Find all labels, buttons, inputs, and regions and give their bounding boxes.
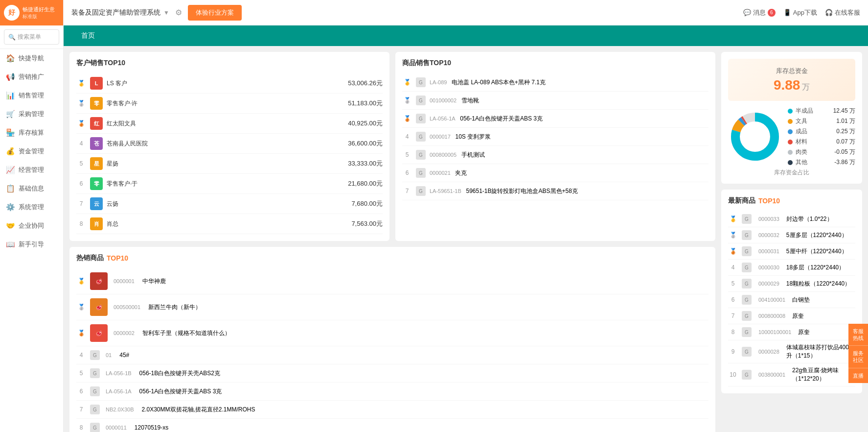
rank-num: 5 xyxy=(76,160,86,167)
sidebar-item-inventory[interactable]: 🏪 库存核算 xyxy=(0,123,63,142)
rank-num: 5 xyxy=(402,151,412,158)
product-rank-item: 7 G LA-59651-1B 59651-1B旋转投影灯电池盒ABS黑色+58… xyxy=(402,182,708,200)
product-icon: G xyxy=(90,423,100,432)
sidebar-item-finance[interactable]: 💰 资金管理 xyxy=(0,142,63,161)
legend-item: 其他 -3.86 万 xyxy=(788,158,855,167)
chart-legend: 半成品 12.45 万 文具 1.01 万 成品 0.25 万 xyxy=(788,107,855,167)
hot-product-item: 8 G 0000011 12070519-xs xyxy=(76,419,708,432)
search-button[interactable]: 🔍 搜索菜单 xyxy=(4,29,59,45)
float-btn-service[interactable]: 客服 热线 xyxy=(848,324,868,346)
customer-name: 红太阳文具 xyxy=(107,120,344,128)
product-info: LA-089 电池盖 LA-089 ABS本色+黑种 7.1克 xyxy=(430,78,708,87)
nav-icon-purchase: 🛒 xyxy=(6,110,15,119)
sidebar-item-guide[interactable]: 📖 新手引导 xyxy=(0,235,63,254)
product-icon: G xyxy=(742,327,752,337)
new-product-item: 10 G 003800001 22g鱼豆腐·烧烤味（1*12*20） xyxy=(728,363,855,386)
product-icon: G xyxy=(90,405,100,414)
rank-item: 7 云 云扬 7,680.00元 xyxy=(76,194,383,214)
sidebar-item-enterprise[interactable]: 🤝 企业协同 xyxy=(0,216,63,235)
float-btn-live[interactable]: 直播 xyxy=(848,368,868,383)
message-icon: 💬 xyxy=(743,9,751,16)
product-icon: G xyxy=(416,132,426,142)
customer-avatar: 零 xyxy=(90,97,103,110)
product-rank-item: 6 G 0000021 夹克 xyxy=(402,164,708,182)
inventory-total: 库存总资金 9.88 万 xyxy=(728,59,855,101)
product-sales-list: 🥇 G LA-089 电池盖 LA-089 ABS本色+黑种 7.1克 🥈 G xyxy=(402,73,708,200)
messages-button[interactable]: 💬 消息 6 xyxy=(743,8,776,17)
customer-avatar: 苍 xyxy=(90,137,103,150)
rank-item: 🥈 零 零售客户·许 51,183.00元 xyxy=(76,94,383,114)
rank-num: 4 xyxy=(728,264,738,271)
product-sales-title: 商品销售TOP10 xyxy=(402,59,708,68)
nav-icon-enterprise: 🤝 xyxy=(6,221,15,230)
rank-num: 8 xyxy=(728,329,738,336)
new-product-item: 9 G 0000028 体城嘉枝味苏打饮品400毫升（1*15） xyxy=(728,340,855,363)
rank-num: 6 xyxy=(728,296,738,303)
sidebar-item-navigation[interactable]: 🏠 快捷导航 xyxy=(0,49,63,68)
sidebar-item-basic-info[interactable]: 📋 基础信息 xyxy=(0,179,63,198)
float-btn-community[interactable]: 服务 社区 xyxy=(848,346,868,368)
customer-value: 33,333.00元 xyxy=(348,159,383,168)
content-left: 客户销售TOP10 🥇 L LS 客户 53,006.26元 🥈 零 零售客户 xyxy=(64,46,721,432)
customer-avatar: L xyxy=(90,77,103,90)
customer-name: 星扬 xyxy=(107,160,344,168)
rank-medal-2: 🥈 xyxy=(76,100,86,107)
sidebar-item-sales[interactable]: 📊 销售管理 xyxy=(0,86,63,105)
customer-value: 40,925.00元 xyxy=(348,119,383,128)
hot-products-title: 热销商品 TOP10 xyxy=(76,254,708,263)
donut-chart-svg xyxy=(728,110,782,164)
rank-num: 5 xyxy=(728,280,738,287)
sidebar-item-system[interactable]: ⚙️ 系统管理 xyxy=(0,198,63,216)
customer-value: 53,006.26元 xyxy=(348,79,383,88)
product-icon: G xyxy=(742,370,752,380)
topbar-right: 💬 消息 6 📱 App下载 🎧 在线客服 xyxy=(743,8,860,17)
trial-button[interactable]: 体验行业方案 xyxy=(188,5,242,21)
app-download-button[interactable]: 📱 App下载 xyxy=(783,8,817,17)
sidebar-item-marketing[interactable]: 📢 营销推广 xyxy=(0,68,63,86)
sidebar-item-operations[interactable]: 📈 经营管理 xyxy=(0,161,63,179)
sidebar-item-purchase[interactable]: 🛒 采购管理 xyxy=(0,105,63,123)
product-rank-item: 4 G 0000017 10S 变刹罗浆 xyxy=(402,128,708,146)
legend-dot xyxy=(788,160,793,165)
customer-avatar: 星 xyxy=(90,157,103,170)
product-image: 🥩 xyxy=(90,324,108,342)
nav-icon-basic: 📋 xyxy=(6,184,15,193)
rank-num: 5 xyxy=(76,370,86,377)
rank-num: 7 xyxy=(728,312,738,319)
legend-dot xyxy=(788,129,793,134)
nav-icon-sales: 📊 xyxy=(6,91,15,100)
product-icon: G xyxy=(416,186,426,196)
legend-dot xyxy=(788,140,793,144)
new-product-item: 7 G 000800008 原奎 xyxy=(728,308,855,324)
rank-num: 8 xyxy=(76,424,86,431)
product-icon: G xyxy=(416,96,426,105)
tab-home[interactable]: 首页 xyxy=(71,25,105,46)
product-icon: G xyxy=(742,246,752,256)
customer-avatar: 云 xyxy=(90,197,103,210)
sidebar: 好 畅捷通好生意 标准版 🔍 搜索菜单 🏠 快捷导航 📢 营销推广 📊 销售管理… xyxy=(0,0,64,432)
customer-rank-list: 🥇 L LS 客户 53,006.26元 🥈 零 零售客户·许 51,183.0… xyxy=(76,73,383,234)
donut-chart: 半成品 12.45 万 文具 1.01 万 成品 0.25 万 xyxy=(728,107,855,167)
product-rank-item: 🥇 G LA-089 电池盖 LA-089 ABS本色+黑种 7.1克 xyxy=(402,73,708,92)
customer-value: 36,600.00元 xyxy=(348,139,383,148)
nav-icon-finance: 💰 xyxy=(6,147,15,156)
rank-medal: 🥈 xyxy=(402,97,412,104)
product-icon: G xyxy=(416,114,426,123)
product-icon: G xyxy=(742,347,752,357)
product-icon: G xyxy=(416,77,426,87)
rank-num: 10 xyxy=(728,371,738,378)
customer-name: 苍南县人民医院 xyxy=(107,140,344,148)
rank-num: 4 xyxy=(76,140,86,147)
rank-num: 7 xyxy=(76,200,86,207)
nav-items: 🏠 快捷导航 📢 营销推广 📊 销售管理 🛒 采购管理 🏪 库存核算 💰 资金管… xyxy=(0,49,63,254)
product-info: 001000002 雪地靴 xyxy=(430,96,708,105)
nav-icon-guide: 📖 xyxy=(6,240,15,249)
rank-item: 🥉 红 红太阳文具 40,925.00元 xyxy=(76,114,383,134)
gear-icon[interactable]: ⚙ xyxy=(175,8,182,17)
product-image: 🥩 xyxy=(90,272,108,290)
online-service-button[interactable]: 🎧 在线客服 xyxy=(825,8,860,17)
customer-value: 7,563.00元 xyxy=(351,219,383,228)
page-tabs: 首页 xyxy=(64,25,868,46)
hot-product-item: 5 G LA-056-1B 056-1B白色按键开关壳ABS2克 xyxy=(76,364,708,383)
system-name: 装备及固定资产辅助管理系统 ▼ xyxy=(71,8,169,17)
